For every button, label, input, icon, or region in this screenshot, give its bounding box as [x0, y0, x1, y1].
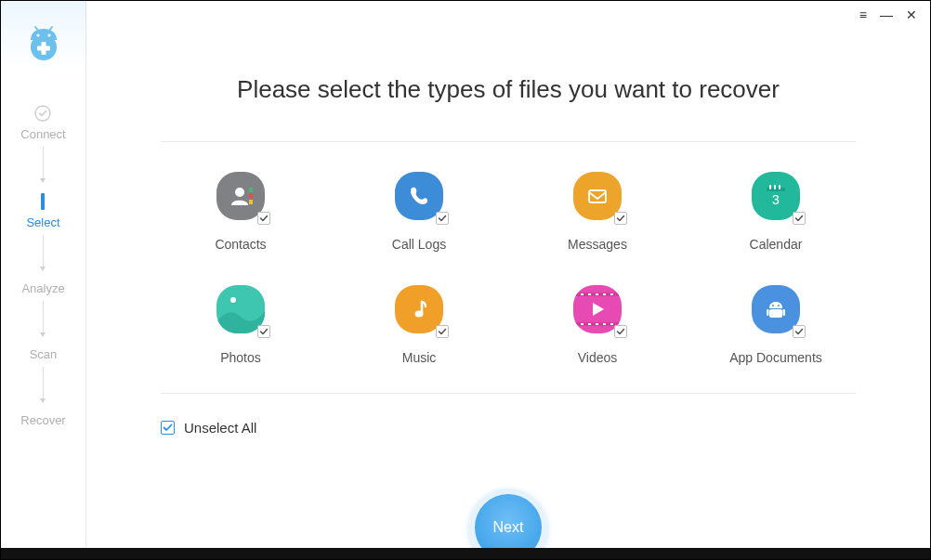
- calendar-icon: 3: [752, 172, 800, 220]
- tile-label: Contacts: [215, 237, 266, 252]
- svg-rect-29: [581, 323, 584, 325]
- svg-rect-10: [249, 194, 253, 199]
- tile-app-documents[interactable]: App Documents: [715, 285, 837, 365]
- step-label: Connect: [20, 127, 65, 141]
- svg-rect-11: [249, 200, 253, 204]
- tile-contacts[interactable]: Contacts: [179, 172, 302, 252]
- minimize-button[interactable]: —: [880, 7, 893, 22]
- svg-point-8: [235, 188, 244, 197]
- svg-rect-30: [588, 323, 591, 325]
- svg-rect-28: [610, 293, 613, 295]
- sidebar: Connect Select Analyze Scan Recover: [1, 1, 86, 559]
- file-type-grid: Contacts Call Logs Messages 3 Calendar: [151, 142, 865, 393]
- svg-point-7: [35, 106, 50, 121]
- check-circle-icon: [34, 105, 51, 122]
- step-label: Recover: [20, 413, 65, 427]
- video-icon: [573, 285, 622, 333]
- checkbox-icon: [614, 212, 627, 225]
- current-step-icon: [34, 193, 51, 210]
- svg-point-2: [47, 33, 50, 36]
- mail-icon: [573, 172, 622, 220]
- menu-icon[interactable]: ≡: [859, 7, 867, 22]
- svg-point-19: [230, 297, 236, 303]
- checkbox-icon: [257, 212, 270, 225]
- step-connector: [43, 367, 44, 400]
- android-plus-icon: [23, 23, 64, 64]
- bottom-bar: [1, 548, 930, 559]
- svg-point-20: [415, 311, 424, 318]
- tile-label: Videos: [578, 350, 618, 365]
- unselect-all-row: Unselect All: [151, 394, 865, 436]
- checkbox-icon: [257, 325, 270, 338]
- tile-label: App Documents: [729, 350, 822, 365]
- tile-music[interactable]: Music: [358, 285, 480, 365]
- tile-call-logs[interactable]: Call Logs: [358, 172, 480, 252]
- tile-label: Photos: [220, 350, 261, 365]
- tile-label: Messages: [568, 237, 627, 252]
- step-label: Scan: [30, 347, 58, 361]
- tile-messages[interactable]: Messages: [536, 172, 659, 252]
- phone-icon: [395, 172, 443, 220]
- app-logo: [1, 1, 86, 86]
- checkbox-icon: [793, 212, 806, 225]
- step-scan[interactable]: Scan: [30, 347, 58, 361]
- page-title: Please select the types of files you wan…: [151, 75, 865, 104]
- checkbox-icon: [793, 325, 806, 338]
- svg-point-1: [36, 33, 39, 36]
- tile-label: Call Logs: [392, 237, 446, 252]
- step-recover[interactable]: Recover: [20, 413, 65, 427]
- svg-rect-31: [596, 323, 598, 325]
- svg-text:3: 3: [772, 192, 780, 207]
- svg-rect-12: [589, 190, 606, 202]
- unselect-all-checkbox[interactable]: [161, 421, 175, 435]
- step-label: Select: [26, 215, 59, 229]
- svg-rect-35: [767, 309, 769, 316]
- music-icon: [395, 285, 443, 333]
- step-connector: [43, 147, 44, 180]
- svg-rect-34: [769, 309, 782, 318]
- next-button-label: Next: [493, 519, 524, 536]
- checkbox-icon: [436, 212, 449, 225]
- svg-rect-15: [774, 185, 776, 189]
- step-list: Connect Select Analyze Scan Recover: [1, 105, 85, 427]
- tile-photos[interactable]: Photos: [179, 285, 302, 365]
- svg-rect-32: [603, 323, 606, 325]
- svg-rect-36: [783, 309, 786, 316]
- svg-point-38: [778, 305, 780, 306]
- photos-icon: [216, 285, 265, 333]
- step-connector: [43, 301, 44, 334]
- step-connector: [43, 235, 44, 268]
- svg-rect-9: [249, 188, 253, 192]
- step-analyze[interactable]: Analyze: [21, 281, 64, 295]
- main-content: Please select the types of files you wan…: [86, 1, 930, 559]
- svg-rect-27: [603, 293, 606, 295]
- step-connect[interactable]: Connect: [20, 105, 65, 141]
- unselect-all-label: Unselect All: [184, 420, 256, 436]
- tile-label: Calendar: [750, 237, 803, 252]
- step-select[interactable]: Select: [26, 193, 59, 229]
- svg-rect-6: [37, 46, 50, 51]
- svg-rect-16: [779, 185, 780, 189]
- tile-label: Music: [402, 350, 437, 365]
- svg-line-4: [49, 27, 52, 31]
- tile-videos[interactable]: Videos: [536, 285, 659, 365]
- checkbox-icon: [436, 325, 449, 338]
- contacts-icon: [216, 172, 265, 220]
- svg-rect-14: [769, 185, 771, 189]
- titlebar: ≡ — ✕: [846, 1, 930, 29]
- svg-rect-25: [588, 293, 591, 295]
- close-button[interactable]: ✕: [906, 7, 917, 22]
- step-label: Analyze: [21, 281, 64, 295]
- checkbox-icon: [614, 325, 627, 338]
- svg-rect-24: [581, 293, 584, 295]
- svg-rect-33: [610, 323, 613, 325]
- tile-calendar[interactable]: 3 Calendar: [715, 172, 837, 252]
- android-doc-icon: [752, 285, 800, 333]
- svg-point-37: [772, 305, 774, 306]
- svg-rect-26: [596, 293, 598, 295]
- svg-line-3: [35, 27, 38, 31]
